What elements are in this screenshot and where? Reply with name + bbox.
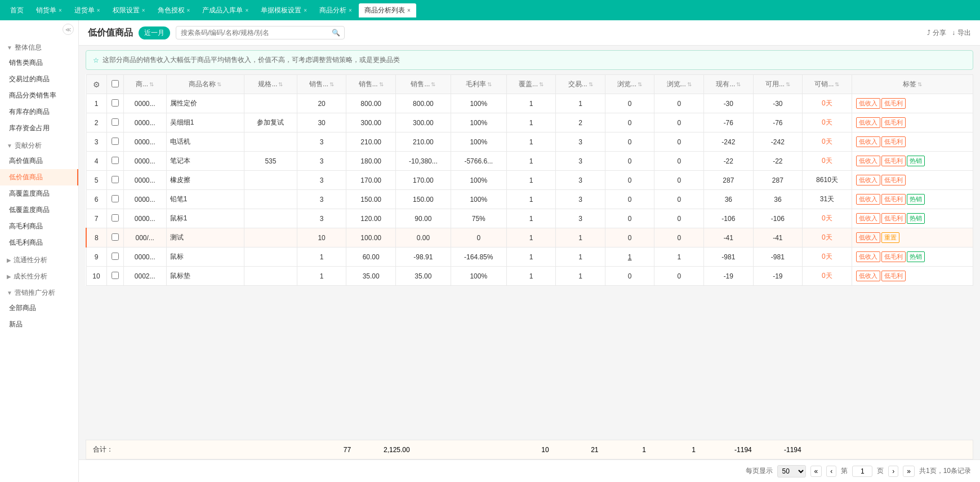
- row-checkbox-cell[interactable]: [106, 113, 123, 132]
- row-col6: 170.00: [395, 171, 451, 190]
- nav-close-analysis[interactable]: ×: [349, 7, 352, 14]
- th-stock[interactable]: 现有...⇅: [704, 75, 754, 94]
- th-spec[interactable]: 规格...⇅: [244, 75, 297, 94]
- sidebar-group-circulation[interactable]: ▶ 流通性分析: [0, 251, 78, 267]
- row-checkbox[interactable]: [112, 272, 119, 279]
- row-checkbox[interactable]: [112, 195, 119, 202]
- sidebar-item-high-value[interactable]: 高价值商品: [0, 153, 78, 169]
- prev-page-btn[interactable]: ‹: [826, 466, 836, 477]
- sidebar-group-marketing[interactable]: ▼ 营销推广分析: [0, 284, 78, 300]
- row-view1[interactable]: 0: [605, 113, 654, 132]
- row-checkbox-cell[interactable]: [106, 247, 123, 267]
- row-checkbox[interactable]: [112, 99, 119, 107]
- row-view1[interactable]: 0: [605, 171, 654, 190]
- row-checkbox-cell[interactable]: [106, 152, 123, 171]
- sidebar-item-high-margin[interactable]: 高毛利商品: [0, 218, 78, 235]
- th-trade[interactable]: 交易...⇅: [556, 75, 605, 94]
- sidebar-group-contribution[interactable]: ▼ 贡献分析: [0, 136, 78, 153]
- search-input[interactable]: [176, 26, 345, 39]
- th-checkbox[interactable]: [106, 75, 123, 94]
- th-margin[interactable]: 毛利率⇅: [451, 75, 506, 94]
- search-icon[interactable]: 🔍: [332, 29, 340, 37]
- nav-close-list[interactable]: ×: [407, 7, 411, 14]
- nav-purchase[interactable]: 进货单 ×: [69, 3, 106, 17]
- th-price[interactable]: 销售...⇅: [346, 75, 396, 94]
- row-checkbox[interactable]: [112, 233, 119, 241]
- sidebar-collapse-btn[interactable]: ≪: [63, 24, 74, 35]
- th-settings[interactable]: ⚙: [86, 75, 106, 94]
- filter-period-btn[interactable]: 近一月: [139, 26, 170, 39]
- row-checkbox[interactable]: [112, 253, 119, 260]
- sidebar-item-low-coverage[interactable]: 低覆盖度商品: [0, 202, 78, 218]
- nav-close-permissions[interactable]: ×: [142, 7, 145, 14]
- first-page-btn[interactable]: «: [810, 466, 822, 477]
- th-avail[interactable]: 可用...⇅: [753, 75, 803, 94]
- row-checkbox-cell[interactable]: [106, 171, 123, 190]
- export-btn[interactable]: ↓ 导出: [952, 28, 971, 38]
- sidebar-item-high-coverage[interactable]: 高覆盖度商品: [0, 185, 78, 202]
- sidebar-item-low-margin[interactable]: 低毛利商品: [0, 235, 78, 251]
- row-checkbox[interactable]: [112, 157, 119, 164]
- sidebar-item-new-products[interactable]: 新品: [0, 316, 78, 333]
- row-view1[interactable]: 0: [605, 267, 654, 286]
- row-checkbox-cell[interactable]: [106, 94, 123, 113]
- nav-close-stock[interactable]: ×: [245, 7, 248, 14]
- th-tags[interactable]: 标签⇅: [852, 75, 973, 94]
- settings-icon[interactable]: ⚙: [93, 80, 100, 89]
- sidebar-item-category-rate[interactable]: 商品分类销售率: [0, 87, 78, 104]
- row-view1[interactable]: 0: [605, 228, 654, 247]
- nav-analysis-list[interactable]: 商品分析列表 ×: [359, 3, 416, 17]
- last-page-btn[interactable]: »: [903, 466, 915, 477]
- page-input[interactable]: [852, 466, 872, 477]
- nav-permissions[interactable]: 权限设置 ×: [107, 3, 151, 17]
- th-code[interactable]: 商...⇅: [123, 75, 166, 94]
- row-view1[interactable]: 1: [605, 247, 654, 267]
- page-size-select[interactable]: 50 100: [777, 465, 806, 477]
- sidebar-group-growth[interactable]: ▶ 成长性分析: [0, 267, 78, 284]
- th-qty[interactable]: 销售...⇅: [297, 75, 346, 94]
- row-trade: 3: [556, 190, 605, 209]
- row-checkbox-cell[interactable]: [106, 132, 123, 152]
- row-checkbox-cell[interactable]: [106, 267, 123, 286]
- sidebar-item-traded[interactable]: 交易过的商品: [0, 71, 78, 87]
- row-view1[interactable]: 0: [605, 190, 654, 209]
- sidebar-item-all-products[interactable]: 全部商品: [0, 300, 78, 316]
- row-view1[interactable]: 0: [605, 132, 654, 152]
- row-checkbox[interactable]: [112, 214, 119, 222]
- nav-close-sales[interactable]: ×: [59, 7, 62, 14]
- nav-roles[interactable]: 角色授权 ×: [152, 3, 196, 17]
- next-page-btn[interactable]: ›: [888, 466, 898, 477]
- th-name[interactable]: 商品名称⇅: [166, 75, 244, 94]
- sidebar-item-sales-products[interactable]: 销售类商品: [0, 55, 78, 71]
- nav-home[interactable]: 首页: [5, 3, 29, 17]
- select-all-checkbox[interactable]: [112, 80, 119, 87]
- row-view1[interactable]: 0: [605, 94, 654, 113]
- row-checkbox-cell[interactable]: [106, 228, 123, 247]
- nav-close-template[interactable]: ×: [304, 7, 307, 14]
- row-view1[interactable]: 0: [605, 152, 654, 171]
- table-container[interactable]: ⚙ 商...⇅ 商品名称⇅ 规格...⇅ 销售...⇅ 销售...⇅ 销售...…: [79, 74, 980, 440]
- sidebar-group-overall[interactable]: ▼ 整体信息: [0, 38, 78, 55]
- row-view1[interactable]: 0: [605, 209, 654, 228]
- th-price2[interactable]: 销售...⇅: [395, 75, 451, 94]
- row-checkbox[interactable]: [112, 176, 119, 183]
- th-view2[interactable]: 浏览...⇅: [654, 75, 704, 94]
- th-coverage[interactable]: 覆盖...⇅: [506, 75, 556, 94]
- row-checkbox[interactable]: [112, 118, 119, 126]
- row-checkbox-cell[interactable]: [106, 209, 123, 228]
- th-days[interactable]: 可销...⇅: [803, 75, 852, 94]
- nav-template[interactable]: 单据模板设置 ×: [255, 3, 313, 17]
- nav-sales-order[interactable]: 销货单 ×: [30, 3, 68, 17]
- nav-stock-in[interactable]: 产成品入库单 ×: [197, 3, 254, 17]
- sidebar-item-capital[interactable]: 库存资金占用: [0, 120, 78, 136]
- nav-product-analysis[interactable]: 商品分析 ×: [314, 3, 358, 17]
- nav-close-roles[interactable]: ×: [187, 7, 190, 14]
- sidebar-item-low-value[interactable]: 低价值商品: [0, 169, 78, 185]
- row-checkbox[interactable]: [112, 138, 119, 145]
- share-btn[interactable]: ⤴ 分享: [927, 28, 946, 38]
- sidebar-item-in-stock[interactable]: 有库存的商品: [0, 104, 78, 120]
- row-checkbox-cell[interactable]: [106, 190, 123, 209]
- nav-close-purchase[interactable]: ×: [97, 7, 100, 14]
- tag: 热销: [907, 194, 925, 205]
- th-view1[interactable]: 浏览...⇅: [605, 75, 654, 94]
